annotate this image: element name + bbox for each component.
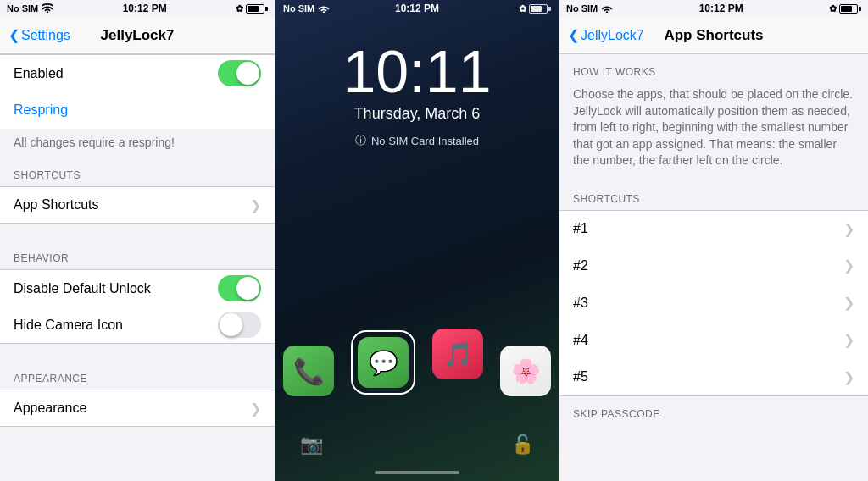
toggle-thumb-3 bbox=[220, 313, 242, 336]
back-button[interactable]: ❮ Settings bbox=[8, 27, 70, 43]
hide-camera-toggle[interactable] bbox=[218, 312, 261, 338]
chevron-right-icon: ❯ bbox=[250, 197, 261, 213]
status-bar-settings: No SIM 10:12 PM ✿ bbox=[0, 0, 275, 17]
shortcut-item-1[interactable]: #1 ❯ bbox=[559, 210, 868, 247]
ls-date-display: Thursday, March 6 bbox=[275, 105, 559, 123]
battery-icon bbox=[246, 4, 268, 14]
status-bar-left: No SIM bbox=[7, 3, 53, 14]
sc-chevron-left-icon: ❮ bbox=[568, 27, 579, 43]
ls-time-bar: 10:12 PM bbox=[395, 3, 439, 14]
sc-battery-icon bbox=[839, 4, 861, 14]
status-bar-right: ✿ bbox=[236, 3, 268, 14]
status-bar-time: 10:12 PM bbox=[123, 3, 167, 14]
cell-enabled[interactable]: Enabled bbox=[0, 54, 275, 91]
group-behavior: BEHAVIOR Disable Default Unlock Hide Cam… bbox=[0, 239, 275, 344]
group-enabled: Enabled Respring All changes require a r… bbox=[0, 54, 275, 156]
app-icon-photos[interactable]: 🌸 bbox=[500, 346, 551, 396]
disable-unlock-label: Disable Default Unlock bbox=[14, 281, 151, 296]
svg-point-2 bbox=[606, 11, 608, 13]
app-shortcuts-label: App Shortcuts bbox=[14, 197, 99, 213]
photos-app-icon: 🌸 bbox=[511, 357, 541, 385]
unlock-icon[interactable]: 🔓 bbox=[511, 434, 534, 456]
shortcut-chevron-2: ❯ bbox=[843, 257, 854, 274]
shortcuts-header: SHORTCUTS bbox=[0, 156, 275, 186]
shortcut-label-3: #3 bbox=[573, 296, 588, 311]
toggle-thumb-2 bbox=[236, 277, 259, 300]
cell-respring[interactable]: Respring bbox=[0, 91, 275, 129]
behavior-header: BEHAVIOR bbox=[0, 239, 275, 269]
nav-title: JellyLock7 bbox=[101, 27, 175, 44]
shortcut-label-1: #1 bbox=[573, 221, 588, 236]
cell-disable-unlock[interactable]: Disable Default Unlock bbox=[0, 269, 275, 307]
ls-bottom-bar: 📷 🔓 bbox=[275, 434, 559, 456]
shortcut-chevron-3: ❯ bbox=[843, 295, 854, 311]
shortcuts-section-header: SHORTCUTS bbox=[559, 181, 868, 210]
shortcut-label-4: #4 bbox=[573, 333, 588, 348]
shortcut-chevron-4: ❯ bbox=[843, 332, 854, 348]
respring-note: All changes require a respring! bbox=[0, 129, 275, 156]
back-label: Settings bbox=[21, 28, 70, 43]
phone-app-icon: 📞 bbox=[293, 357, 325, 386]
messages-app-icon: 💬 bbox=[369, 349, 398, 377]
shortcut-item-2[interactable]: #2 ❯ bbox=[559, 247, 868, 285]
shortcut-item-3[interactable]: #3 ❯ bbox=[559, 285, 868, 322]
nav-bar-shortcuts: ❮ JellyLock7 App Shortcuts bbox=[559, 17, 868, 54]
cell-appearance[interactable]: Appearance ❯ bbox=[0, 390, 275, 427]
enabled-toggle[interactable] bbox=[218, 60, 261, 86]
nav-bar-settings: ❮ Settings JellyLock7 bbox=[0, 17, 275, 54]
camera-icon[interactable]: 📷 bbox=[300, 434, 323, 456]
panel-lockscreen: No SIM 10:12 PM ✿ 10:11 Thursday, March … bbox=[275, 0, 559, 481]
skip-passcode-header: SKIP PASSCODE bbox=[559, 396, 868, 425]
panel-shortcuts: No SIM 10:12 PM ✿ ❮ JellyLock7 bbox=[559, 0, 868, 481]
shortcuts-list: #1 ❯ #2 ❯ #3 ❯ #4 ❯ #5 ❯ bbox=[559, 210, 868, 396]
ls-no-sim-text: No SIM Card Installed bbox=[371, 135, 479, 147]
app-icon-music[interactable]: 🎵 bbox=[432, 329, 483, 379]
ls-status-right: ✿ bbox=[519, 3, 551, 14]
carrier-label: No SIM bbox=[7, 3, 38, 14]
disable-unlock-toggle[interactable] bbox=[218, 275, 261, 301]
sc-carrier: No SIM bbox=[566, 3, 598, 14]
ls-wifi-icon bbox=[318, 3, 330, 14]
respring-label: Respring bbox=[14, 102, 68, 118]
sc-nav-title: App Shortcuts bbox=[664, 27, 763, 44]
appearance-section-header: APPEARANCE bbox=[0, 359, 275, 390]
sc-status-right: ✿ bbox=[829, 3, 861, 14]
app-icon-phone[interactable]: 📞 bbox=[283, 346, 334, 396]
svg-point-0 bbox=[47, 11, 48, 13]
wifi-icon bbox=[42, 3, 53, 14]
shortcut-label-5: #5 bbox=[573, 369, 588, 384]
bluetooth-icon: ✿ bbox=[236, 3, 243, 14]
music-app-icon: 🎵 bbox=[443, 340, 473, 368]
group-appearance: APPEARANCE Appearance ❯ bbox=[0, 359, 275, 427]
ls-status-left: No SIM bbox=[283, 3, 330, 14]
cell-hide-camera[interactable]: Hide Camera Icon bbox=[0, 307, 275, 344]
settings-content: Enabled Respring All changes require a r… bbox=[0, 54, 275, 481]
hide-camera-label: Hide Camera Icon bbox=[14, 318, 123, 333]
appearance-label: Appearance bbox=[14, 401, 86, 416]
ls-carrier: No SIM bbox=[283, 3, 314, 14]
cell-app-shortcuts[interactable]: App Shortcuts ❯ bbox=[0, 186, 275, 224]
shortcut-label-2: #2 bbox=[573, 258, 588, 274]
app-icon-messages-container[interactable]: 💬 bbox=[351, 330, 415, 395]
panel-settings: No SIM 10:12 PM ✿ ❮ bbox=[0, 0, 275, 481]
sc-back-button[interactable]: ❮ JellyLock7 bbox=[568, 27, 644, 43]
ls-bluetooth-icon: ✿ bbox=[519, 3, 526, 14]
info-icon: ⓘ bbox=[355, 133, 366, 148]
shortcut-item-5[interactable]: #5 ❯ bbox=[559, 359, 868, 396]
ls-time-display: 10:11 bbox=[275, 17, 559, 102]
shortcut-chevron-1: ❯ bbox=[843, 221, 854, 237]
sc-status-time: 10:12 PM bbox=[699, 3, 743, 14]
home-indicator bbox=[375, 471, 459, 474]
toggle-thumb bbox=[236, 62, 259, 85]
sc-wifi-icon bbox=[601, 3, 613, 14]
shortcut-chevron-5: ❯ bbox=[843, 369, 854, 385]
ls-status-bar: No SIM 10:12 PM ✿ bbox=[275, 0, 559, 17]
app-icon-messages: 💬 bbox=[358, 337, 409, 388]
sc-bluetooth-icon: ✿ bbox=[829, 3, 837, 14]
chevron-right-icon-2: ❯ bbox=[250, 401, 261, 417]
ls-battery-icon bbox=[529, 4, 551, 14]
sc-status-left: No SIM bbox=[566, 3, 613, 14]
chevron-left-icon: ❮ bbox=[8, 27, 19, 43]
how-it-works-text: Choose the apps, that should be placed o… bbox=[559, 83, 868, 181]
shortcut-item-4[interactable]: #4 ❯ bbox=[559, 322, 868, 359]
